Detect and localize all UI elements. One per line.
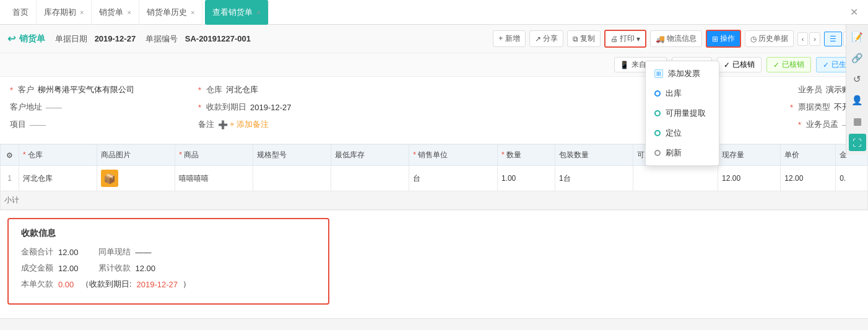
payment-row-1: 金额合计 12.00 同单现结 ——	[21, 246, 316, 258]
print-button[interactable]: 🖨 打印 ▾	[604, 30, 646, 48]
col-image: 商品图片	[97, 145, 175, 166]
doc-date-label: 单据日期 2019-12-27	[55, 33, 136, 45]
product-table-container: ⚙ 仓库 商品图片 商品 规格型号 最低库存 销售单位 数量 包装数量 可用量 …	[0, 144, 868, 211]
copy-button[interactable]: ⧉ 复制	[567, 30, 601, 47]
close-view-sales-tab[interactable]: ×	[256, 9, 260, 16]
table-row: 1 河北仓库 📦 嘻嘻嘻嘻 台 1.00 1台 12.00 12.00	[1, 166, 868, 191]
copy-icon: ⧉	[573, 35, 578, 43]
payment-box: 收款信息 金额合计 12.00 同单现结 —— 成交金额 12.00	[7, 218, 329, 305]
sold-icon: ✓	[773, 61, 779, 69]
next-button[interactable]: ›	[809, 32, 820, 46]
col-min-stock: 最低库存	[331, 145, 409, 166]
dropdown-ship-out[interactable]: 出库	[646, 84, 719, 103]
doc-title: ↩ 销货单	[7, 33, 45, 45]
doc-title-icon: ↩	[7, 33, 15, 45]
form-row-2: 客户地址 —— * 收款到期日 2019-12-27 * 票据类型 不开票	[10, 102, 858, 113]
sidebar-rotate-icon[interactable]: ↺	[849, 71, 866, 88]
window-close-button[interactable]: ✕	[845, 6, 863, 18]
row-pack-qty: 1台	[555, 166, 633, 191]
row-unit: 台	[409, 166, 498, 191]
balance-field: 本单欠款 0.00 （收款到期日: 2019-12-27 ）	[21, 279, 191, 290]
sold-button[interactable]: ✓ 已核销	[766, 57, 811, 72]
operations-icon: ⊞	[712, 35, 718, 43]
row-available	[633, 166, 718, 191]
project-field: 项目 ——	[10, 119, 183, 130]
col-qty: 数量	[497, 145, 555, 166]
settings-icon: ⚙	[6, 151, 13, 160]
product-table: ⚙ 仓库 商品图片 商品 规格型号 最低库存 销售单位 数量 包装数量 可用量 …	[0, 144, 868, 210]
mobile-icon: 📱	[620, 61, 629, 69]
col-spec: 规格型号	[253, 145, 331, 166]
add-invoice-icon: ⊞	[654, 69, 663, 78]
doc-title-text: 销货单	[19, 33, 45, 45]
table-header-row: ⚙ 仓库 商品图片 商品 规格型号 最低库存 销售单位 数量 包装数量 可用量 …	[1, 145, 868, 166]
row-stock: 12.00	[718, 166, 781, 191]
list-view-button[interactable]: ☰	[824, 32, 842, 46]
col-product: 商品	[175, 145, 253, 166]
share-button[interactable]: ↗ 分享	[529, 30, 563, 47]
col-warehouse: 仓库	[19, 145, 97, 166]
dropdown-add-invoice[interactable]: ⊞ 添加发票	[646, 64, 719, 84]
status-bar: 📱 来自手机 ● 未开票 ✓ 已核销 ✓ 已核销 ✓ 已生效	[0, 53, 868, 77]
close-history-tab[interactable]: ×	[191, 9, 194, 16]
row-min-stock	[331, 166, 409, 191]
sidebar-edit-icon[interactable]: 📝	[849, 28, 866, 46]
col-pack-qty: 包装数量	[555, 145, 633, 166]
tab-view-sales[interactable]: 查看销货单 ×	[205, 0, 268, 25]
row-qty: 1.00	[497, 166, 555, 191]
warehouse-field: * 仓库 河北仓库	[198, 84, 371, 95]
prev-button[interactable]: ‹	[797, 32, 809, 46]
dropdown-available-qty[interactable]: 可用量提取	[646, 103, 719, 123]
total-field: 金额合计 12.00	[21, 246, 79, 258]
payment-row-2: 成交金额 12.00 累计收款 12.00	[21, 263, 316, 274]
single-settlement-field: 同单现结 ——	[98, 246, 152, 258]
payment-section: 收款信息 金额合计 12.00 同单现结 —— 成交金额 12.00	[0, 211, 868, 318]
operations-button[interactable]: ⊞ 操作	[706, 30, 741, 48]
deal-amount-field: 成交金额 12.00	[21, 263, 79, 274]
col-settings: ⚙	[1, 145, 19, 166]
tab-sales-history[interactable]: 销货单历史 ×	[139, 0, 202, 25]
right-sidebar: 📝 🔗 ↺ 👤 ▦ ⛶	[846, 25, 868, 155]
col-price: 单价	[781, 145, 836, 166]
payment-title: 收款信息	[21, 228, 316, 239]
tab-bar: 首页 库存期初 × 销货单 × 销货单历史 × 查看销货单 × ✕	[0, 0, 868, 25]
address-field: 客户地址 ——	[10, 102, 183, 113]
dropdown-locate[interactable]: 定位	[646, 123, 719, 143]
col-stock: 现存量	[718, 145, 781, 166]
effective-icon: ✓	[823, 61, 829, 69]
sidebar-link-icon[interactable]: 🔗	[849, 50, 866, 67]
print-icon: 🖨	[610, 35, 618, 43]
doc-actions: + 新增 ↗ 分享 ⧉ 复制 🖨 打印 ▾ 🚚 物流信息	[493, 30, 861, 48]
confirm-button[interactable]: ✓ 已核销	[717, 57, 762, 72]
payment-row-3: 本单欠款 0.00 （收款到期日: 2019-12-27 ）	[21, 279, 316, 290]
history-button[interactable]: ◷ 历史单据	[745, 30, 794, 47]
form-row-3: 项目 —— 备注 ➕ + 添加备注 * 业务员孟 ——	[10, 119, 858, 130]
sidebar-expand-icon[interactable]: ⛶	[849, 134, 866, 151]
close-sales-tab[interactable]: ×	[127, 9, 131, 16]
close-inventory-tab[interactable]: ×	[80, 9, 84, 16]
tab-home[interactable]: 首页	[5, 0, 37, 25]
col-unit: 销售单位	[409, 145, 498, 166]
row-spec	[253, 166, 331, 191]
doc-header: ↩ 销货单 单据日期 2019-12-27 单据编号 SA-20191227-0…	[0, 25, 868, 53]
operations-dropdown: ⊞ 添加发票 出库 可用量提取 定位 刷新	[645, 61, 719, 166]
document-container: ↩ 销货单 单据日期 2019-12-27 单据编号 SA-20191227-0…	[0, 25, 868, 319]
row-number: 1	[1, 166, 19, 191]
new-button[interactable]: + 新增	[493, 30, 525, 47]
add-note-icon: ➕	[218, 120, 228, 129]
print-dropdown-arrow: ▾	[636, 35, 640, 43]
cumulative-field: 累计收款 12.00	[98, 263, 156, 274]
sidebar-user-icon[interactable]: 👤	[849, 92, 866, 109]
tab-sales[interactable]: 销货单 ×	[92, 0, 139, 25]
history-icon: ◷	[750, 35, 757, 43]
logistics-button[interactable]: 🚚 物流信息	[650, 30, 702, 47]
add-note-button[interactable]: ➕ + 添加备注	[218, 119, 269, 130]
tab-inventory[interactable]: 库存期初 ×	[37, 0, 92, 25]
dropdown-refresh[interactable]: 刷新	[646, 143, 719, 163]
subtotal-row: 小计	[1, 191, 868, 210]
confirm-icon: ✓	[724, 61, 730, 69]
sidebar-table-icon[interactable]: ▦	[849, 113, 866, 130]
note-field: 备注 ➕ + 添加备注	[198, 119, 371, 130]
subtotal-label: 小计	[1, 191, 868, 210]
row-warehouse: 河北仓库	[19, 166, 97, 191]
